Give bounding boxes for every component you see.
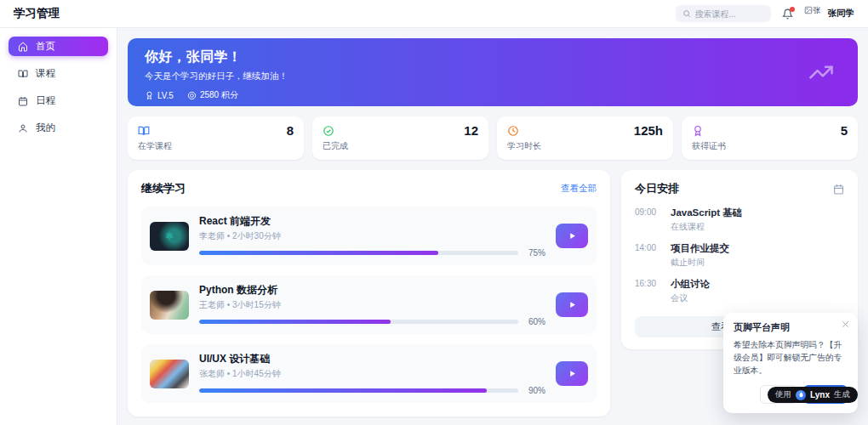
sidebar-item-courses[interactable]: 课程 — [9, 64, 108, 83]
trending-up-icon — [808, 60, 834, 85]
sidebar-item-profile[interactable]: 我的 — [9, 118, 108, 138]
badge-suffix: 生成 — [834, 389, 850, 400]
lynx-logo-icon — [796, 390, 806, 400]
calendar-icon — [833, 184, 844, 195]
stat-card-completed: 12 已完成 — [312, 116, 488, 160]
stats-row: 8 在学课程 12 已完成 125h 学习时长 — [128, 116, 858, 160]
popup-body: 希望去除本页脚声明吗？【升级会员】即可解锁无广告的专业版本。 — [734, 338, 848, 377]
schedule-item: 14:00 项目作业提交 截止时间 — [635, 242, 844, 269]
course-thumbnail — [150, 291, 189, 320]
play-button[interactable] — [556, 361, 588, 386]
course-meta: 张老师 • 1小时45分钟 — [199, 368, 545, 380]
search-icon — [682, 9, 691, 18]
course-title: UI/UX 设计基础 — [199, 352, 545, 366]
stat-value: 12 — [464, 123, 478, 138]
progress-bar — [199, 388, 518, 393]
search-input[interactable] — [695, 9, 764, 19]
popup-title: 页脚平台声明 — [734, 321, 848, 334]
home-icon — [18, 42, 28, 52]
course-thumbnail — [150, 360, 189, 388]
sidebar-item-schedule[interactable]: 日程 — [9, 91, 108, 110]
user-menu[interactable]: 张 张同学 — [804, 6, 855, 22]
progress-bar — [199, 251, 518, 255]
notification-bell-button[interactable] — [782, 8, 793, 20]
clock-icon — [507, 125, 519, 137]
target-icon — [187, 91, 197, 100]
book-icon — [138, 125, 150, 137]
course-meta: 王老师 • 3小时15分钟 — [199, 299, 545, 311]
stat-value: 8 — [287, 123, 294, 138]
generator-badge[interactable]: 使用 Lynx 生成 — [768, 387, 858, 403]
schedule-time: 14:00 — [635, 242, 660, 269]
greeting-subtitle: 今天是个学习的好日子，继续加油！ — [145, 71, 841, 82]
progress-percent: 60% — [525, 317, 545, 326]
course-row-uiux[interactable]: UI/UX 设计基础 张老师 • 1小时45分钟 90% — [141, 344, 597, 403]
schedule-title: 小组讨论 — [671, 278, 710, 291]
sidebar-item-label: 我的 — [36, 122, 55, 134]
progress-percent: 75% — [525, 248, 545, 258]
schedule-title: 项目作业提交 — [671, 242, 729, 255]
play-button[interactable] — [556, 292, 588, 317]
stat-label: 已完成 — [323, 140, 478, 152]
course-thumbnail: ⚛ — [150, 222, 189, 251]
schedule-title: JavaScript 基础 — [671, 207, 742, 219]
stat-label: 在学课程 — [138, 140, 294, 152]
avatar: 张 — [804, 6, 823, 22]
book-icon — [18, 69, 28, 79]
user-icon — [18, 123, 28, 133]
app-title: 学习管理 — [14, 6, 60, 21]
schedule-item: 09:00 JavaScript 基础 在线课程 — [635, 207, 844, 233]
play-button[interactable] — [556, 224, 588, 248]
stat-label: 获得证书 — [692, 140, 848, 152]
schedule-type: 在线课程 — [671, 221, 742, 233]
stat-label: 学习时长 — [507, 140, 663, 152]
welcome-banner: 你好，张同学！ 今天是个学习的好日子，继续加油！ LV.5 2580 积分 — [128, 38, 858, 106]
schedule-item: 16:30 小组讨论 会议 — [635, 278, 844, 304]
check-circle-icon — [323, 125, 334, 137]
course-title: Python 数据分析 — [199, 283, 545, 298]
close-icon[interactable] — [841, 320, 850, 329]
greeting-title: 你好，张同学！ — [145, 48, 841, 66]
sidebar-item-label: 课程 — [36, 67, 55, 80]
course-meta: 李老师 • 2小时30分钟 — [199, 230, 545, 242]
schedule-time: 09:00 — [635, 207, 660, 233]
course-row-react[interactable]: ⚛ React 前端开发 李老师 • 2小时30分钟 75% — [141, 207, 597, 265]
continue-learning-card: 继续学习 查看全部 ⚛ React 前端开发 李老师 • 2小时30分钟 75% — [128, 170, 610, 416]
progress-bar — [199, 320, 518, 324]
calendar-icon — [18, 96, 28, 106]
sidebar-item-label: 首页 — [36, 40, 55, 53]
user-name: 张同学 — [828, 8, 855, 20]
badge-prefix: 使用 — [775, 389, 791, 400]
progress-percent: 90% — [525, 386, 545, 395]
stat-card-courses: 8 在学课程 — [128, 116, 304, 160]
stat-card-study-time: 125h 学习时长 — [497, 116, 673, 160]
section-title: 今日安排 — [635, 181, 679, 196]
course-row-python[interactable]: Python 数据分析 王老师 • 3小时15分钟 60% — [141, 275, 597, 334]
notification-dot — [790, 7, 795, 12]
top-header: 学习管理 张 张同学 — [0, 0, 868, 28]
points-badge: 2580 积分 — [187, 89, 238, 101]
search-box[interactable] — [676, 5, 771, 22]
points-badge-label: 2580 积分 — [200, 89, 238, 101]
stat-value: 5 — [841, 123, 848, 138]
medal-icon — [692, 125, 704, 137]
schedule-time: 16:30 — [635, 278, 660, 304]
sidebar-item-label: 日程 — [36, 94, 55, 107]
avatar-alt-text: 张 — [814, 6, 821, 14]
badge-brand: Lynx — [810, 390, 830, 400]
level-badge-label: LV.5 — [157, 91, 174, 100]
level-badge: LV.5 — [145, 91, 174, 100]
view-all-link[interactable]: 查看全部 — [561, 183, 597, 195]
sidebar-item-home[interactable]: 首页 — [9, 37, 108, 56]
stat-value: 125h — [634, 123, 663, 138]
award-icon — [145, 91, 154, 100]
stat-card-certificates: 5 获得证书 — [682, 116, 858, 160]
sidebar: 首页 课程 日程 我的 — [0, 28, 117, 425]
schedule-type: 截止时间 — [671, 257, 729, 269]
course-title: React 前端开发 — [199, 214, 545, 229]
section-title: 继续学习 — [141, 181, 186, 196]
schedule-type: 会议 — [671, 292, 710, 304]
